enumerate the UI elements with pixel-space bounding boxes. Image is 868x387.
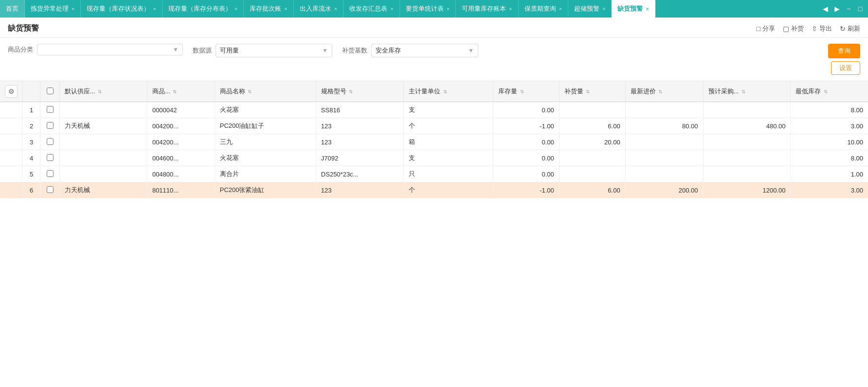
td-settings (0, 166, 23, 182)
tab-item-overstock[interactable]: 超储预警× (568, 0, 612, 18)
row-checkbox[interactable] (47, 106, 54, 113)
tab-close-icon[interactable]: × (72, 6, 74, 12)
category-filter: 商品分类 ▼ (8, 44, 183, 55)
row-checkbox[interactable] (47, 186, 54, 193)
th-goods-name[interactable]: 商品名称 ⇅ (215, 81, 316, 102)
td-est-purchase (703, 102, 791, 118)
base-value: 安全库存 (376, 46, 468, 55)
tab-close-icon[interactable]: × (334, 6, 337, 12)
tab-item-batch-account[interactable]: 库存批次账× (244, 0, 293, 18)
tab-prev-button[interactable]: ◀ (819, 3, 831, 15)
tab-label: 现存量（库存分布表） (168, 4, 232, 13)
settings-button[interactable]: 设置 (831, 61, 860, 75)
th-unit[interactable]: 主计量单位 ⇅ (404, 81, 493, 102)
td-goods-name: PC200油缸缸子 (215, 118, 316, 134)
tab-close-icon[interactable]: × (447, 6, 450, 12)
tab-close-icon[interactable]: × (559, 6, 562, 12)
row-checkbox[interactable] (47, 170, 54, 177)
td-replenish (559, 150, 625, 166)
tab-close-icon[interactable]: × (646, 6, 649, 12)
tab-label: 库存批次账 (250, 4, 281, 13)
window-minimize-button[interactable]: − (843, 3, 854, 15)
tab-label: 收发存汇总表 (349, 4, 387, 13)
row-checkbox[interactable] (47, 154, 54, 161)
row-checkbox[interactable] (47, 122, 54, 129)
td-goods-name: 三九 (215, 134, 316, 150)
tab-item-order-stat[interactable]: 要货单统计表× (400, 0, 456, 18)
refresh-button[interactable]: ↻ 刷新 (840, 24, 860, 33)
tab-label: 要货单统计表 (406, 4, 444, 13)
td-goods-code: 0000042 (147, 102, 215, 118)
th-min-stock[interactable]: 最低库存 ⇅ (791, 81, 868, 102)
replenish-button[interactable]: ▢ 补货 (783, 24, 804, 33)
share-button[interactable]: □ 分享 (757, 24, 775, 33)
base-select[interactable]: 安全库存 ▼ (371, 44, 478, 57)
tab-close-icon[interactable]: × (153, 6, 156, 12)
td-supplier (60, 166, 147, 182)
td-unit: 箱 (404, 134, 493, 150)
base-arrow-icon: ▼ (468, 47, 474, 54)
datasource-arrow-icon: ▼ (322, 47, 328, 54)
tab-close-icon[interactable]: × (509, 6, 512, 12)
th-spec[interactable]: 规格型号 ⇅ (316, 81, 403, 102)
td-check (40, 182, 60, 198)
table-settings-gear[interactable]: ⚙ (5, 85, 18, 98)
tab-close-icon[interactable]: × (390, 6, 393, 12)
page-title: 缺货预警 (8, 23, 39, 34)
tab-item-stock-dist[interactable]: 现存量（库存分布表）× (163, 0, 244, 18)
export-label: 导出 (819, 24, 832, 33)
td-check (40, 134, 60, 150)
tab-close-icon[interactable]: × (284, 6, 287, 12)
supplier-sort-icon: ⇅ (98, 89, 102, 94)
td-min-stock: 1.00 (791, 166, 868, 182)
category-select[interactable]: ▼ (37, 44, 183, 55)
tab-label: 保质期查询 (524, 4, 556, 13)
th-stock[interactable]: 库存量 ⇅ (493, 81, 559, 102)
tab-item-available-ledger[interactable]: 可用量库存账本× (456, 0, 518, 18)
th-check (40, 81, 60, 102)
th-supplier[interactable]: 默认供应... ⇅ (60, 81, 147, 102)
tab-item-collection[interactable]: 收发存汇总表× (344, 0, 399, 18)
table-container: ⚙ 默认供应... ⇅ 商品... ⇅ 商品名称 (0, 81, 868, 198)
th-goods-code[interactable]: 商品... ⇅ (147, 81, 215, 102)
th-latest-price[interactable]: 最新进价 ⇅ (625, 81, 703, 102)
tab-item-abnormal[interactable]: 拣货异常处理× (25, 0, 81, 18)
tab-close-icon[interactable]: × (602, 6, 605, 12)
row-checkbox[interactable] (47, 138, 54, 145)
tab-item-home[interactable]: 首页 (0, 0, 25, 18)
replenish-label: 补货 (791, 24, 804, 33)
td-replenish: 6.00 (559, 182, 625, 198)
query-button[interactable]: 查询 (828, 44, 860, 58)
th-est-purchase[interactable]: 预计采购... ⇅ (703, 81, 791, 102)
table-row: 6 力天机械 801110... PC200张紧油缸 123 个 -1.00 6… (0, 182, 868, 198)
category-arrow-icon: ▼ (173, 46, 179, 53)
min-stock-sort-icon: ⇅ (824, 89, 828, 94)
export-button[interactable]: ⇧ 导出 (812, 24, 832, 33)
th-replenish[interactable]: 补货量 ⇅ (559, 81, 625, 102)
select-all-checkbox[interactable] (47, 88, 54, 94)
tab-item-stock-status[interactable]: 现存量（库存状况表）× (81, 0, 162, 18)
td-index: 1 (23, 102, 40, 118)
page-content: 缺货预警 □ 分享 ▢ 补货 ⇧ 导出 ↻ 刷新 商品分类 (0, 18, 868, 387)
tab-item-inout-flow[interactable]: 出入库流水× (294, 0, 344, 18)
header-actions: □ 分享 ▢ 补货 ⇧ 导出 ↻ 刷新 (757, 24, 860, 33)
latest-price-sort-icon: ⇅ (658, 89, 662, 94)
td-supplier (60, 102, 147, 118)
tab-item-shortage[interactable]: 缺货预警× (612, 0, 655, 18)
td-est-purchase (703, 150, 791, 166)
goods-name-sort-icon: ⇅ (248, 89, 252, 94)
td-latest-price (625, 134, 703, 150)
tab-close-icon[interactable]: × (235, 6, 237, 12)
tab-next-button[interactable]: ▶ (831, 3, 843, 15)
table-body: 1 0000042 火花塞 SS816 支 0.00 8.00 2 力天机械 0… (0, 102, 868, 198)
tab-item-expiry[interactable]: 保质期查询× (519, 0, 568, 18)
window-maximize-button[interactable]: □ (854, 3, 866, 15)
th-settings: ⚙ (0, 81, 23, 102)
td-latest-price: 200.00 (625, 182, 703, 198)
td-replenish (559, 166, 625, 182)
td-est-purchase: 1200.00 (703, 182, 791, 198)
td-check (40, 166, 60, 182)
td-unit: 支 (404, 102, 493, 118)
datasource-select[interactable]: 可用量 ▼ (216, 44, 332, 57)
td-replenish: 20.00 (559, 134, 625, 150)
